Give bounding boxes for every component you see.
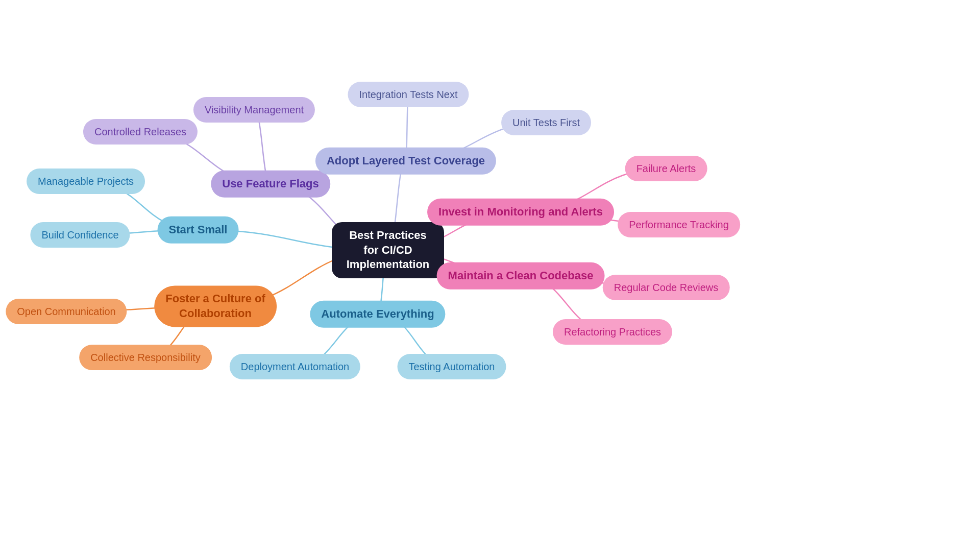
deployment-automation[interactable]: Deployment Automation (230, 354, 360, 379)
automate-everything[interactable]: Automate Everything (310, 301, 445, 328)
center-node[interactable]: Best Practices for CI/CDImplementation (332, 222, 444, 278)
failure-alerts[interactable]: Failure Alerts (625, 156, 707, 181)
start-small[interactable]: Start Small (158, 217, 239, 244)
mindmap-container: Best Practices for CI/CDImplementationSt… (0, 0, 980, 553)
maintain-clean-codebase[interactable]: Maintain a Clean Codebase (437, 262, 605, 290)
invest-monitoring[interactable]: Invest in Monitoring and Alerts (427, 199, 614, 226)
collective-responsibility[interactable]: Collective Responsibility (79, 345, 212, 370)
performance-tracking[interactable]: Performance Tracking (618, 212, 740, 237)
foster-culture[interactable]: Foster a Culture ofCollaboration (154, 285, 277, 327)
visibility-management[interactable]: Visibility Management (193, 97, 315, 123)
unit-tests-first[interactable]: Unit Tests First (501, 110, 591, 135)
controlled-releases[interactable]: Controlled Releases (83, 119, 198, 145)
adopt-layered-test[interactable]: Adopt Layered Test Coverage (315, 148, 496, 175)
integration-tests-next[interactable]: Integration Tests Next (348, 82, 469, 107)
refactoring-practices[interactable]: Refactoring Practices (553, 319, 672, 345)
open-communication[interactable]: Open Communication (6, 299, 127, 324)
manageable-projects[interactable]: Manageable Projects (27, 169, 145, 194)
use-feature-flags[interactable]: Use Feature Flags (211, 171, 330, 198)
testing-automation[interactable]: Testing Automation (398, 354, 506, 379)
regular-code-reviews[interactable]: Regular Code Reviews (603, 275, 730, 300)
build-confidence[interactable]: Build Confidence (30, 222, 130, 248)
